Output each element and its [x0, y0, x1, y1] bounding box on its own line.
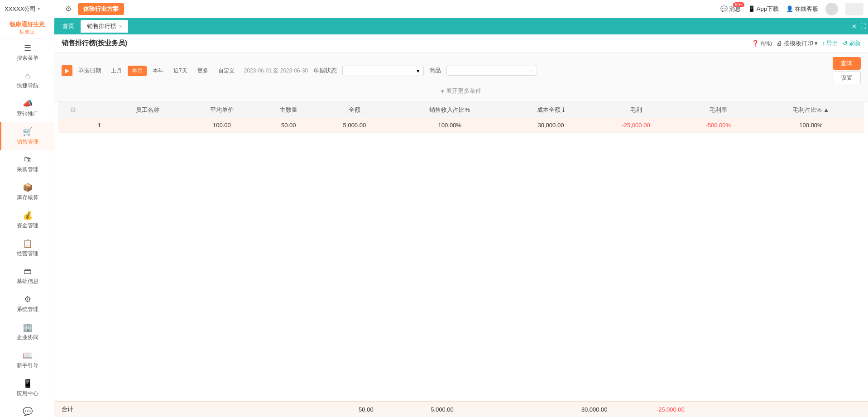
print-button[interactable]: 🖨 按模板打印 ▾: [777, 39, 818, 48]
date-pill-this-year[interactable]: 本年: [149, 66, 168, 76]
tab-home[interactable]: 首页: [56, 20, 81, 33]
date-pills: 上月 本月 本年 近7天 更多 自定义: [107, 66, 239, 76]
sidebar-basicinfo-label: 基础信息: [17, 278, 38, 285]
top-right-actions: 💬 消息 99+ 📱 App下载 👤 在线客服: [720, 3, 863, 15]
cell-employee: [110, 118, 185, 133]
date-pill-more[interactable]: 更多: [193, 66, 212, 76]
company-selector[interactable]: XXXXX公司 ▾: [5, 5, 59, 13]
wechat-icon: 💬: [23, 407, 33, 417]
date-pill-custom[interactable]: 自定义: [214, 66, 239, 76]
cell-amount: 5,000.00: [318, 118, 391, 133]
col-settings: ⚙: [58, 102, 88, 118]
tab-close-icon[interactable]: ×: [119, 24, 122, 29]
sidebar-enterprise-label: 企业协同: [17, 334, 38, 341]
avatar[interactable]: [825, 3, 838, 15]
sidebar-item-wechat[interactable]: 💬 企业微信: [0, 402, 54, 417]
date-pill-7days[interactable]: 近7天: [169, 66, 192, 76]
sidebar-item-finance[interactable]: 💰 资金管理: [0, 206, 54, 234]
sales-icon: 🛒: [23, 127, 33, 137]
content-area: 首页 销售排行榜 × ✕ ⛶ 销售排行榜(按业务员) ❓ 帮助: [54, 18, 868, 417]
cell-gross-profit: -25,000.00: [593, 118, 679, 133]
tab-sales-ranking[interactable]: 销售排行榜 ×: [81, 20, 128, 33]
logo-text: 畅康通好生意: [10, 21, 45, 29]
sidebar-finance-label: 资金管理: [17, 222, 38, 230]
message-button[interactable]: 💬 消息 99+: [720, 5, 741, 13]
cell-main-qty: 50.00: [259, 118, 318, 133]
goods-input[interactable]: ···: [446, 66, 537, 76]
status-select[interactable]: ▾: [342, 66, 424, 76]
help-icon: ❓: [752, 40, 759, 47]
marketing-icon: 📣: [23, 99, 33, 109]
date-pill-this-month[interactable]: 本月: [128, 66, 147, 76]
help-button[interactable]: ❓ 帮助: [752, 39, 772, 48]
col-main-qty: 主数量: [259, 102, 318, 118]
export-label: 导出: [826, 39, 838, 48]
refresh-button[interactable]: ↺ 刷新: [843, 39, 861, 48]
tab-bar-right: ✕ ⛶: [852, 23, 866, 30]
settings-button[interactable]: 设置: [833, 72, 861, 84]
sidebar-shortcut-label: 快捷导航: [17, 82, 38, 90]
sidebar-sales-label: 销售管理: [17, 138, 38, 146]
date-pill-last-month[interactable]: 上月: [107, 66, 126, 76]
online-service-button[interactable]: 👤 在线客服: [786, 5, 818, 13]
sidebar-item-search[interactable]: ☰ 搜索菜单: [0, 38, 54, 67]
sidebar-search-label: 搜索菜单: [17, 54, 38, 62]
expand-icon: ▾: [441, 88, 444, 95]
status-select-chevron: ▾: [417, 67, 420, 74]
filter-row-1: ▶ 单据日期 上月 本月 本年 近7天 更多 自定义 2023-06-01 至 …: [62, 57, 861, 84]
cell-rank: 1: [88, 118, 110, 133]
finance-icon: 💰: [23, 211, 33, 220]
export-button[interactable]: ↑ 导出: [822, 39, 839, 48]
app-download-button[interactable]: 📱 App下载: [748, 5, 779, 13]
col-settings-icon[interactable]: ⚙: [70, 106, 76, 114]
query-button[interactable]: 查询: [833, 57, 861, 70]
company-name: XXXXX公司: [5, 5, 36, 13]
settings-icon[interactable]: ⚙: [62, 3, 74, 15]
sidebar-item-sales[interactable]: 🛒 销售管理: [0, 122, 54, 150]
sidebar-item-system[interactable]: ⚙ 系统管理: [0, 290, 54, 318]
sidebar-inventory-label: 库存核算: [17, 194, 38, 201]
footer-main-qty: 50.00: [328, 406, 404, 413]
sidebar-item-marketing[interactable]: 📣 营销推广: [0, 94, 54, 122]
sidebar-item-basicinfo[interactable]: 🗃 基础信息: [0, 262, 54, 290]
help-label: 帮助: [760, 39, 772, 48]
sidebar-item-inventory[interactable]: 📦 库存核算: [0, 178, 54, 206]
col-sales-ratio: 销售收入占比%: [391, 102, 508, 118]
sidebar-guide-label: 新手引导: [17, 362, 38, 369]
message-icon: 💬: [720, 5, 728, 12]
window-resize-icon[interactable]: ⛶: [860, 23, 866, 30]
sidebar-item-shortcut[interactable]: ⌂ 快捷导航: [0, 67, 54, 94]
trial-button[interactable]: 体验行业方案: [78, 3, 124, 15]
basicinfo-icon: 🗃: [24, 267, 32, 276]
print-label: 按模板打印: [784, 39, 813, 48]
sidebar-item-guide[interactable]: 📖 新手引导: [0, 346, 54, 374]
filter-area: ▶ 单据日期 上月 本月 本年 近7天 更多 自定义 2023-06-01 至 …: [54, 53, 868, 102]
col-rank: [88, 102, 110, 118]
page-header: 销售排行榜(按业务员) ❓ 帮助 🖨 按模板打印 ▾ ↑ 导出: [54, 34, 868, 53]
sidebar-item-enterprise[interactable]: 🏢 企业协同: [0, 318, 54, 346]
col-employee: 员工名称: [110, 102, 185, 118]
user-name-area: [845, 3, 863, 15]
sidebar-item-operation[interactable]: 📋 经营管理: [0, 234, 54, 262]
expand-conditions-btn[interactable]: ▾ 展开更多条件: [441, 87, 481, 95]
goods-label: 商品: [429, 67, 441, 75]
refresh-label: 刷新: [849, 39, 861, 48]
query-settings-group: 查询 设置: [833, 57, 861, 84]
logo-area: 畅康通好生意 标准版: [0, 18, 54, 38]
home-tab-label: 首页: [62, 22, 74, 30]
main-layout: 畅康通好生意 标准版 ☰ 搜索菜单 ⌂ 快捷导航 📣 营销推广 🛒 销售管理 🛍…: [0, 18, 868, 417]
table-area: ⚙ 员工名称 平均单价 主数量 全额 销售收入占比% 成本全额 ℹ 毛利 毛利率…: [54, 102, 868, 401]
sidebar-item-apps[interactable]: 📱 应用中心: [0, 374, 54, 402]
arrow-icon: ▶: [65, 67, 69, 74]
table-header-row: ⚙ 员工名称 平均单价 主数量 全额 销售收入占比% 成本全额 ℹ 毛利 毛利率…: [58, 102, 864, 118]
goods-more-btn[interactable]: ···: [528, 67, 533, 74]
logo-sub: 标准版: [19, 29, 34, 35]
sidebar-item-purchase[interactable]: 🛍 采购管理: [0, 150, 54, 178]
window-close-icon[interactable]: ✕: [852, 23, 857, 30]
expand-label: 展开更多条件: [446, 87, 481, 95]
filter-expand-arrow[interactable]: ▶: [62, 65, 72, 76]
service-icon: 👤: [786, 5, 793, 12]
app-download-label: App下载: [757, 5, 779, 13]
date-label: 单据日期: [78, 67, 101, 75]
print-chevron: ▾: [815, 40, 818, 47]
